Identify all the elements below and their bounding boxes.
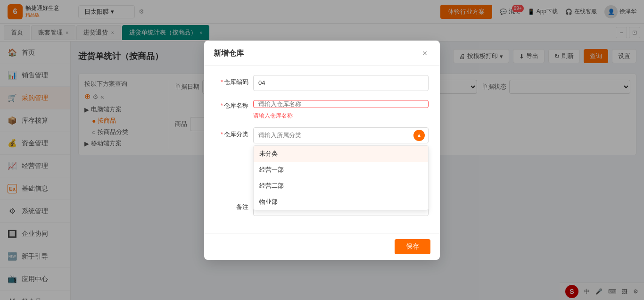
name-error-message: 请输入仓库名称 (253, 112, 293, 120)
category-input[interactable] (253, 127, 429, 143)
notes-label: 备注 (215, 200, 253, 211)
modal-title: 新增仓库 (214, 49, 244, 58)
category-option-uncategorized[interactable]: 未分类 (254, 146, 428, 162)
modal-overlay: 新增仓库 × 仓库编码 仓库名称 请输入仓库名称 (0, 0, 644, 300)
save-button[interactable]: 保存 (395, 239, 430, 254)
modal-close-button[interactable]: × (419, 48, 430, 59)
name-input[interactable] (253, 100, 429, 108)
name-input-wrapper (253, 100, 429, 108)
name-label: 仓库名称 (215, 99, 253, 110)
category-option-property[interactable]: 物业部 (254, 194, 428, 210)
category-input-row: ▲ (253, 127, 429, 143)
category-label: 仓库分类 (215, 127, 253, 139)
code-form-row: 仓库编码 (215, 75, 429, 91)
category-option-ops1[interactable]: 经营一部 (254, 162, 428, 178)
new-warehouse-modal: 新增仓库 × 仓库编码 仓库名称 请输入仓库名称 (204, 41, 440, 260)
category-option-ops2[interactable]: 经营二部 (254, 178, 428, 194)
modal-body: 仓库编码 仓库名称 请输入仓库名称 仓库分类 (204, 66, 440, 233)
code-input[interactable] (253, 75, 429, 91)
category-toggle-button[interactable]: ▲ (413, 130, 425, 141)
code-label: 仓库编码 (215, 75, 253, 86)
modal-footer: 保存 (204, 233, 440, 260)
category-dropdown: 未分类 经营一部 经营二部 物业部 (253, 145, 429, 210)
modal-header: 新增仓库 × (204, 41, 440, 66)
name-form-row: 仓库名称 请输入仓库名称 (215, 99, 429, 120)
category-form-row: 仓库分类 ▲ 未分类 经营一部 经营二部 物业部 (215, 127, 429, 143)
